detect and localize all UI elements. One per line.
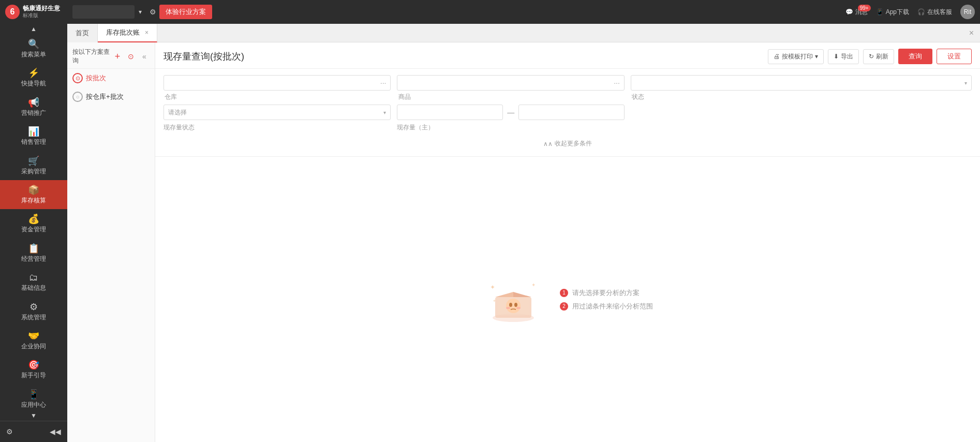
topbar-right: 💬 消息 99+ 📱 App下载 🎧 在线客服 Rit [845, 5, 975, 19]
online-service-button[interactable]: 🎧 在线客服 [917, 8, 952, 17]
headset-icon: 🎧 [917, 8, 925, 16]
search-icon: 🔍 [28, 39, 39, 49]
sidebar-item-inventory[interactable]: 📦 库存核算 [0, 180, 67, 209]
page-header-actions: 🖨 按模板打印 ▾ ⬇ 导出 ↻ 刷新 查询 设置 [768, 49, 972, 64]
stock-status-select[interactable]: 请选择 ▾ [164, 105, 391, 120]
query-button[interactable]: 查询 [898, 49, 932, 64]
stock-qty-from-input[interactable] [402, 109, 498, 116]
sidebar-item-finance[interactable]: 💰 资金管理 [0, 209, 67, 238]
sidebar-settings-btn[interactable]: ⚙ [4, 425, 15, 438]
main-layout: ▲ 🔍 搜索菜单 ⚡ 快捷导航 📢 营销推广 📊 销售管理 🛒 采购管理 [0, 24, 980, 442]
sidebar-item-purchase[interactable]: 🛒 采购管理 [0, 151, 67, 180]
message-icon: 💬 [845, 8, 853, 16]
sidebar-collapse-btn[interactable]: ◀◀ [48, 425, 63, 438]
topbar-search-area: ▾ ⚙ [72, 5, 159, 19]
sidebar-item-appstore[interactable]: 📱 应用中心 [0, 385, 67, 410]
sidebar-item-newbie[interactable]: 🎯 新手引导 [0, 355, 67, 384]
sales-icon: 📊 [28, 127, 39, 136]
sidebar-scroll-down[interactable]: ▼ [0, 410, 67, 421]
topbar-gear-btn[interactable]: ⚙ [146, 5, 159, 19]
topbar-logo: 畅康通好生意 标准版 [23, 5, 67, 19]
print-btn[interactable]: 🖨 按模板打印 ▾ [768, 49, 824, 64]
tip-num-2: 2 [560, 302, 568, 311]
svg-point-9 [516, 307, 521, 309]
close-all-tabs-btn[interactable]: × [963, 28, 980, 38]
product-filter: ··· [397, 75, 624, 91]
warehouse-dots[interactable]: ··· [380, 79, 387, 87]
stock-qty-to-input[interactable] [523, 109, 620, 116]
sidebar-scroll: 🔍 搜索菜单 ⚡ 快捷导航 📢 营销推广 📊 销售管理 🛒 采购管理 📦 [0, 34, 67, 410]
filter-row-2: 请选择 ▾ 现存量状态 — [164, 105, 972, 132]
filter-settings-btn[interactable]: 设置 [937, 49, 972, 64]
left-panel: 按以下方案查询 + ⊙ « ⊙ 按批次 ○ 按仓库+批次 [67, 42, 155, 442]
tab-inventory-batch-label: 库存批次账 [106, 28, 140, 37]
scheme-by-warehouse-batch-label: 按仓库+批次 [86, 92, 124, 101]
collapse-panel-btn[interactable]: « [139, 51, 150, 62]
tab-home[interactable]: 首页 [67, 24, 98, 42]
user-avatar: Rit [960, 5, 975, 19]
export-icon: ⬇ [834, 53, 839, 60]
warehouse-filter: ··· [164, 75, 391, 91]
export-btn[interactable]: ⬇ 导出 [828, 49, 859, 64]
scheme-settings-btn[interactable]: ⊙ [126, 51, 136, 62]
tip-num-1: 1 [560, 289, 568, 297]
status-select[interactable]: ▾ [631, 75, 972, 91]
sidebar-scroll-up[interactable]: ▲ [0, 24, 67, 34]
sidebar-item-basic[interactable]: 🗂 基础信息 [0, 268, 67, 297]
sidebar-item-operation[interactable]: 📋 经营管理 [0, 239, 67, 268]
svg-text:✦: ✦ [493, 299, 496, 303]
empty-tip-2: 2 用过滤条件来缩小分析范围 [560, 302, 653, 311]
topbar-dropdown-btn[interactable]: ▾ [139, 8, 142, 16]
sidebar-item-search[interactable]: 🔍 搜索菜单 [0, 34, 67, 63]
refresh-btn[interactable]: ↻ 刷新 [863, 49, 894, 64]
filter-area: ··· ··· ▾ [155, 69, 980, 157]
stock-qty-dash: — [505, 105, 516, 120]
chevron-down-icon: ▾ [139, 8, 142, 16]
stock-qty-to-wrapper[interactable] [518, 105, 625, 120]
experience-button[interactable]: 体验行业方案 [159, 5, 212, 19]
page-title: 现存量查询(按批次) [164, 50, 244, 63]
topbar-search-input[interactable] [72, 5, 135, 19]
purchase-icon: 🛒 [28, 156, 39, 166]
status-label: 状态 [631, 93, 972, 101]
svg-point-5 [506, 299, 521, 313]
sidebar-item-sales[interactable]: 📊 销售管理 [0, 122, 67, 151]
user-menu-button[interactable]: Rit [960, 5, 975, 19]
product-input[interactable] [402, 79, 614, 86]
tab-close-icon[interactable]: × [145, 29, 149, 36]
stock-qty-from-wrapper[interactable] [397, 105, 503, 120]
svg-text:✦: ✦ [490, 284, 495, 291]
left-panel-actions: + ⊙ « [112, 51, 150, 62]
operation-icon: 📋 [28, 244, 39, 253]
product-dots[interactable]: ··· [614, 79, 620, 87]
warehouse-label: 仓库 [164, 93, 391, 101]
sidebar-item-marketing[interactable]: 📢 营销推广 [0, 93, 67, 122]
topbar: 6 畅康通好生意 标准版 ▾ ⚙ 体验行业方案 💬 消息 99+ 📱 App下载… [0, 0, 980, 24]
enterprise-icon: 🤝 [28, 331, 39, 341]
add-scheme-btn[interactable]: + [112, 51, 123, 62]
page-header: 现存量查询(按批次) 🖨 按模板打印 ▾ ⬇ 导出 ↻ [155, 42, 980, 69]
finance-icon: 💰 [28, 214, 39, 224]
page-content: 按以下方案查询 + ⊙ « ⊙ 按批次 ○ 按仓库+批次 [67, 42, 980, 442]
tab-inventory-batch[interactable]: 库存批次账 × [98, 24, 157, 42]
warehouse-input-wrapper[interactable]: ··· [164, 75, 391, 91]
collapse-filter-btn[interactable]: ∧∧ 收起更多条件 [164, 137, 972, 150]
empty-tips: 1 请先选择要分析的方案 2 用过滤条件来缩小分析范围 [560, 288, 653, 311]
stock-status-label: 现存量状态 [164, 123, 391, 132]
messages-button[interactable]: 💬 消息 99+ [845, 8, 868, 17]
app-download-button[interactable]: 📱 App下载 [876, 8, 909, 17]
scheme-query-label: 按以下方案查询 [72, 48, 112, 65]
brand-name: 畅康通好生意 [23, 5, 60, 12]
refresh-icon: ↻ [869, 53, 874, 60]
scheme-by-batch[interactable]: ⊙ 按批次 [67, 69, 155, 87]
chevron-up-icon: ∧∧ [543, 140, 553, 148]
shortcut-icon: ⚡ [28, 68, 39, 78]
sidebar-item-enterprise[interactable]: 🤝 企业协同 [0, 326, 67, 355]
scheme-by-warehouse-batch[interactable]: ○ 按仓库+批次 [67, 87, 155, 106]
sidebar-item-system[interactable]: ⚙ 系统管理 [0, 297, 67, 326]
warehouse-input[interactable] [168, 79, 380, 86]
product-input-wrapper[interactable]: ··· [397, 75, 624, 91]
scheme-active-icon: ⊙ [72, 73, 83, 83]
sidebar-item-shortcut[interactable]: ⚡ 快捷导航 [0, 63, 67, 92]
left-panel-header: 按以下方案查询 + ⊙ « [67, 42, 155, 69]
